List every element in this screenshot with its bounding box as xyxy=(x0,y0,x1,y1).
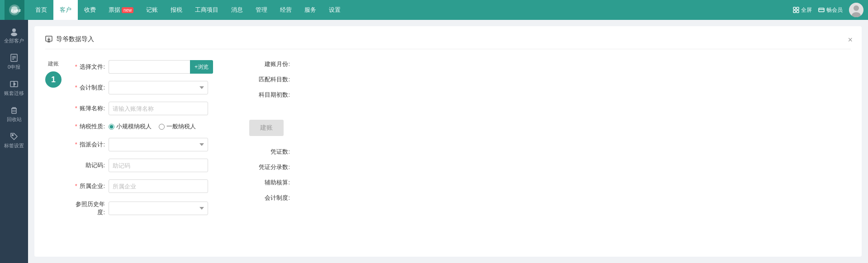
form-right: 建账月份: 匹配科目数: 科目期初数: 建账 凭证数: xyxy=(249,60,340,216)
svg-rect-4 xyxy=(793,10,796,13)
company-input[interactable] xyxy=(109,179,208,193)
ledger-name-row: * 账簿名称: xyxy=(69,102,213,115)
sidebar-item-migrate[interactable]: 账套迁移 xyxy=(0,76,28,100)
nav-customer[interactable]: 客户 xyxy=(53,0,78,20)
accountant-select[interactable] xyxy=(109,138,208,151)
build-month-row: 建账月份: xyxy=(249,60,340,68)
ref-year-row: 参照历史年度: xyxy=(69,200,213,216)
nav-accounting[interactable]: 记账 xyxy=(140,0,164,20)
build-account-button[interactable]: 建账 xyxy=(249,120,284,136)
nav-settings[interactable]: 设置 xyxy=(323,0,347,20)
build-account-label: 建账 xyxy=(48,60,59,68)
svg-rect-3 xyxy=(797,7,799,9)
nav-service[interactable]: 服务 xyxy=(298,0,323,20)
svg-rect-20 xyxy=(12,108,16,113)
accounting-system-row: * 会计制度: xyxy=(69,81,213,94)
sidebar-item-trash[interactable]: 回收站 xyxy=(0,102,28,127)
svg-rect-6 xyxy=(819,8,824,12)
file-input-group: +浏览 xyxy=(109,60,213,74)
vouchers-row: 凭证数: xyxy=(249,148,340,156)
nav-right: 全屏 畅会员 xyxy=(793,3,863,17)
left-sidebar: 全部客户 0申报 账套迁移 回收站 xyxy=(0,20,28,263)
nav-invoice[interactable]: 票据 new xyxy=(102,0,140,20)
logo: EaRP xyxy=(5,0,24,20)
nav-operation[interactable]: 经营 xyxy=(274,0,298,20)
tax-radio-group: 小规模纳税人 一般纳税人 xyxy=(109,122,196,131)
member-btn[interactable]: 畅会员 xyxy=(818,6,843,14)
file-input[interactable] xyxy=(109,60,190,74)
form-left: 建账 1 * 选择文件: +浏览 xyxy=(45,60,213,216)
nav-billing[interactable]: 收费 xyxy=(78,0,102,20)
initial-balance-row: 科目期初数: xyxy=(249,91,340,99)
new-badge: new xyxy=(122,7,133,13)
close-button[interactable]: × xyxy=(848,35,853,45)
svg-rect-5 xyxy=(797,10,799,13)
accounting-system-select[interactable] xyxy=(109,81,208,94)
sidebar-item-all-customers[interactable]: 全部客户 xyxy=(0,23,28,48)
sidebar-item-tag-settings[interactable]: 标签设置 xyxy=(0,128,28,153)
fullscreen-btn[interactable]: 全屏 xyxy=(793,6,812,14)
match-subjects-row: 匹配科目数: xyxy=(249,75,340,84)
accountant-row: * 指派会计: xyxy=(69,138,213,151)
tax-type-row: * 纳税性质: 小规模纳税人 一般纳税人 xyxy=(69,122,213,131)
ledger-name-input[interactable] xyxy=(109,102,208,115)
svg-point-11 xyxy=(12,28,16,32)
svg-point-12 xyxy=(11,33,17,36)
nav-message[interactable]: 消息 xyxy=(225,0,249,20)
form-fields: * 选择文件: +浏览 * 会计制度: xyxy=(69,60,213,216)
content-panel: 导爷数据导入 × 建账 1 * 选择文件: xyxy=(34,26,862,257)
step-indicator: 1 xyxy=(45,71,62,88)
nav-home[interactable]: 首页 xyxy=(29,0,53,20)
file-row: * 选择文件: +浏览 xyxy=(69,60,213,74)
right-accounting-system-row: 会计制度: xyxy=(249,194,340,202)
top-nav: EaRP 首页 客户 收费 票据 new 记账 报税 工商项目 消息 管理 经营… xyxy=(0,0,868,20)
memo-code-input[interactable] xyxy=(109,159,208,172)
sidebar-item-zero-declaration[interactable]: 0申报 xyxy=(0,50,28,74)
svg-rect-2 xyxy=(793,7,796,9)
svg-point-23 xyxy=(12,135,14,136)
nav-business[interactable]: 工商项目 xyxy=(189,0,225,20)
company-row: * 所属企业: xyxy=(69,179,213,193)
main-area: 导爷数据导入 × 建账 1 * 选择文件: xyxy=(28,20,868,263)
avatar[interactable] xyxy=(849,3,863,17)
memo-code-row: 助记码: xyxy=(69,159,213,172)
nav-manage[interactable]: 管理 xyxy=(249,0,274,20)
svg-point-9 xyxy=(854,5,859,11)
aux-accounting-row: 辅助核算: xyxy=(249,178,340,187)
nav-tax[interactable]: 报税 xyxy=(164,0,189,20)
voucher-entries-row: 凭证分录数: xyxy=(249,163,340,171)
tax-general-radio[interactable]: 一般纳税人 xyxy=(159,122,196,131)
form-container: 建账 1 * 选择文件: +浏览 xyxy=(45,60,851,216)
browse-button[interactable]: +浏览 xyxy=(190,60,213,74)
tax-small-radio[interactable]: 小规模纳税人 xyxy=(109,122,152,131)
import-icon xyxy=(45,36,52,43)
panel-title: 导爷数据导入 xyxy=(45,35,851,49)
ref-year-select[interactable] xyxy=(109,202,208,215)
svg-text:EaRP: EaRP xyxy=(11,9,21,13)
